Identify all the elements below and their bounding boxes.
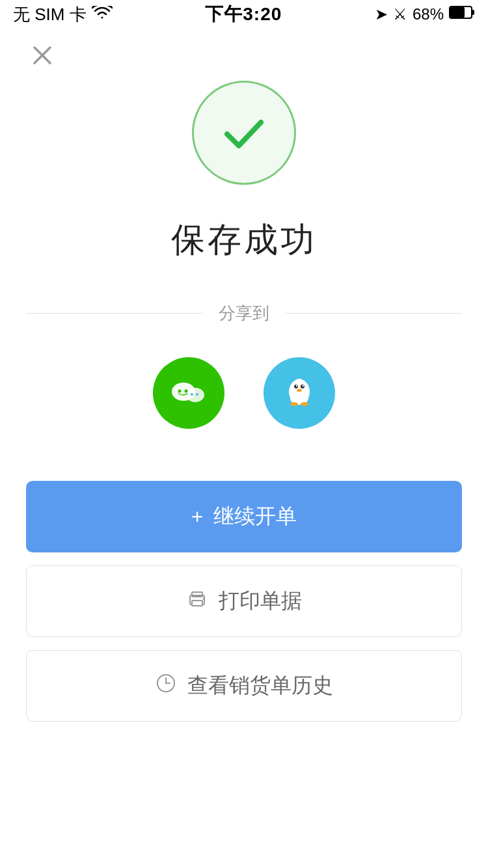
svg-point-20 [301,402,308,406]
close-button[interactable] [26,39,59,72]
print-icon [186,588,208,615]
svg-rect-2 [450,7,465,18]
print-button[interactable]: 打印单据 [26,565,462,637]
action-buttons: + 继续开单 打印单据 查看销货单历史 [0,481,488,722]
status-left: 无 SIM 卡 [13,3,113,26]
carrier-text: 无 SIM 卡 [13,3,87,26]
svg-point-15 [296,385,297,387]
svg-point-16 [303,385,304,387]
svg-point-9 [191,393,193,396]
main-content: 保存成功 分享到 [0,29,488,722]
continue-button[interactable]: + 继续开单 [26,481,462,552]
location-icon: ➤ [375,5,388,23]
checkmark-icon [218,107,270,159]
print-label: 打印单据 [219,587,302,616]
history-label: 查看销货单历史 [187,671,333,700]
success-title: 保存成功 [171,217,317,263]
history-button[interactable]: 查看销货单历史 [26,650,462,722]
status-time: 下午3:20 [205,2,282,27]
svg-rect-23 [192,601,202,606]
alarm-icon: ⚔ [393,5,407,23]
status-bar: 无 SIM 卡 下午3:20 ➤ ⚔ 68% [0,0,488,29]
status-right: ➤ ⚔ 68% [375,5,475,23]
svg-point-24 [203,598,205,600]
wifi-icon [92,5,113,25]
share-divider: 分享到 [0,302,488,325]
share-label: 分享到 [203,302,285,325]
svg-point-19 [290,402,298,406]
divider-line-left [26,313,203,314]
continue-icon: + [191,505,204,529]
qq-icon [278,372,320,414]
svg-point-17 [297,389,302,392]
svg-point-7 [178,390,182,393]
svg-rect-1 [472,10,474,15]
continue-label: 继续开单 [213,502,297,531]
svg-point-13 [294,385,298,388]
history-icon [155,672,177,699]
share-wechat-button[interactable] [153,357,224,429]
svg-point-6 [186,388,204,402]
battery-icon [449,5,475,23]
divider-line-right [285,313,462,314]
share-icons-container [153,357,335,429]
svg-point-8 [185,390,188,393]
share-qq-button[interactable] [264,357,335,429]
battery-text: 68% [413,5,444,23]
svg-point-14 [301,385,305,388]
wechat-icon [168,372,210,414]
success-circle [192,81,296,185]
svg-point-10 [196,393,198,396]
